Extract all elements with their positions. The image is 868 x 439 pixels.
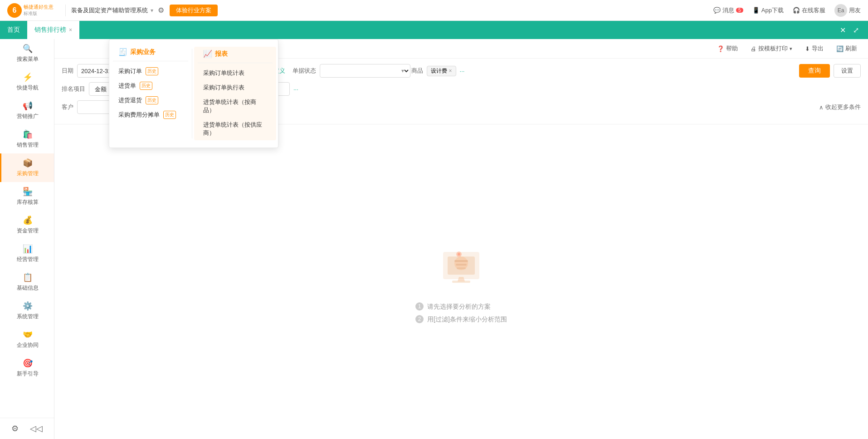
tab-home[interactable]: 首页 (0, 21, 27, 39)
sidebar-item-inventory[interactable]: 🏪 库存核算 (0, 182, 54, 211)
marketing-icon: 📢 (23, 101, 33, 111)
sidebar-item-sales[interactable]: 🛍️ 销售管理 (0, 125, 54, 153)
menu-item-purchase-order[interactable]: 采购订单 历史 (113, 64, 188, 79)
system-icon: ⚙️ (23, 301, 33, 311)
message-icon: 💬 (713, 7, 721, 14)
user-action[interactable]: Ea 用友 (834, 4, 861, 17)
header-right: 💬 消息 5 📱 App下载 🎧 在线客服 Ea 用友 (713, 4, 861, 17)
sidebar-item-marketing[interactable]: 📢 营销推广 (0, 96, 54, 125)
svg-rect-3 (454, 260, 468, 262)
sidebar-item-purchase[interactable]: 📦 采购管理 (0, 153, 54, 182)
sidebar-item-enterprise[interactable]: 🤝 企业协同 (0, 325, 54, 354)
base-info-icon: 📋 (23, 272, 33, 282)
app-download-action[interactable]: 📱 App下载 (752, 6, 784, 15)
menu-item-po-stats[interactable]: 采购订单统计表 (198, 66, 273, 80)
settings-bottom-icon[interactable]: ⚙ (11, 424, 19, 434)
logo-area: 6 畅捷通好生意 标准版 (7, 3, 62, 18)
tab-right-icons: ✕ ⤢ (838, 24, 868, 36)
content-area: 🧾 采购业务 采购订单 历史 进货单 历史 进货退货 历史 采购费用分摊单 (54, 39, 868, 439)
menu-col-report: 📈 报表 采购订单统计表 采购订单执行表 进货单统计表（按商品） 进货单统计表（… (194, 47, 277, 140)
sidebar-item-base-info[interactable]: 📋 基础信息 (0, 268, 54, 296)
system-title: 装备及固定资产辅助管理系统 (71, 6, 148, 15)
query-button[interactable]: 查询 (799, 64, 830, 78)
headset-icon: 🎧 (793, 7, 800, 14)
settings-button[interactable]: 设置 (834, 64, 861, 78)
help-btn[interactable]: ❓ 帮助 (713, 43, 741, 54)
action-buttons: 查询 设置 (799, 64, 861, 78)
purchase-business-title: 🧾 采购业务 (113, 45, 188, 61)
menu-item-receipt-by-supplier[interactable]: 进货单统计表（按供应商） (198, 118, 273, 140)
document-status-filter: 单据状态 ▾ (293, 64, 404, 78)
report-title-icon: 📈 (203, 49, 212, 58)
product-tag: 设计费 × (427, 66, 456, 76)
collapse-icon: ∧ (819, 104, 824, 111)
empty-illustration (434, 238, 488, 293)
phone-icon: 📱 (752, 7, 760, 14)
print-icon: 🖨 (751, 45, 756, 52)
purchase-title-icon: 🧾 (118, 48, 127, 56)
menu-col-purchase: 🧾 采购业务 采购订单 历史 进货单 历史 进货退货 历史 采购费用分摊单 (109, 45, 192, 142)
tab-sales-rank[interactable]: 销售排行榜 × (27, 21, 79, 39)
sidebar: 🔍 搜索菜单 ⚡ 快捷导航 📢 营销推广 🛍️ 销售管理 📦 采购管理 🏪 库存… (0, 39, 54, 439)
menu-item-goods-receipt[interactable]: 进货单 历史 (113, 79, 188, 93)
industry-btn[interactable]: 体验行业方案 (170, 5, 218, 16)
hint2-num: 2 (415, 315, 424, 323)
sidebar-bottom: ⚙ ◁◁ (0, 418, 54, 439)
hint1-num: 1 (415, 302, 424, 311)
logo-icon: 6 (7, 3, 22, 18)
svg-point-9 (458, 253, 460, 256)
collapse-sidebar-icon[interactable]: ◁◁ (30, 424, 43, 434)
sidebar-item-search[interactable]: 🔍 搜索菜单 (0, 39, 54, 68)
search-icon: 🔍 (23, 44, 33, 54)
svg-rect-5 (457, 267, 466, 269)
online-service-action[interactable]: 🎧 在线客服 (793, 6, 825, 15)
document-status-select[interactable] (320, 64, 410, 78)
guide-icon: 🎯 (23, 358, 33, 368)
top-header: 6 畅捷通好生意 标准版 装备及固定资产辅助管理系统 ▾ ⚙ 体验行业方案 💬 … (0, 0, 868, 21)
tab-close-btn[interactable]: ✕ (838, 24, 848, 36)
finance-icon: 💰 (23, 215, 33, 225)
main-layout: 🔍 搜索菜单 ⚡ 快捷导航 📢 营销推广 🛍️ 销售管理 📦 采购管理 🏪 库存… (0, 39, 868, 439)
tab-maximize-btn[interactable]: ⤢ (851, 24, 861, 36)
system-title-area: 装备及固定资产辅助管理系统 ▾ ⚙ 体验行业方案 (65, 5, 218, 16)
menu-item-receipt-by-product[interactable]: 进货单统计表（按商品） (198, 95, 273, 118)
tab-bar: 首页 销售排行榜 × ✕ ⤢ (0, 21, 868, 39)
menu-item-po-exec[interactable]: 采购订单执行表 (198, 80, 273, 95)
sidebar-item-finance[interactable]: 💰 资金管理 (0, 211, 54, 239)
svg-rect-4 (456, 264, 467, 266)
export-btn[interactable]: ⬇ 导出 (801, 43, 827, 54)
print-btn[interactable]: 🖨 按模板打印 ▾ (747, 43, 796, 54)
collapse-area: ∧ 收起更多条件 (819, 103, 861, 111)
purchase-dropdown-menu: 🧾 采购业务 采购订单 历史 进货单 历史 进货退货 历史 采购费用分摊单 (109, 39, 278, 148)
sidebar-item-system[interactable]: ⚙️ 系统管理 (0, 296, 54, 325)
empty-hint-1: 1 请先选择要分析的方案 (415, 300, 507, 313)
logo-text: 畅捷通好生意 标准版 (24, 4, 54, 16)
quick-nav-icon: ⚡ (23, 72, 33, 82)
empty-state: 1 请先选择要分析的方案 2 用[过滤]条件来缩小分析范围 (54, 124, 868, 439)
title-dropdown-icon[interactable]: ▾ (151, 7, 153, 14)
menu-divider (192, 49, 192, 138)
export-icon: ⬇ (805, 45, 810, 52)
sidebar-item-guide[interactable]: 🎯 新手引导 (0, 354, 54, 382)
print-dropdown-icon: ▾ (790, 46, 792, 52)
refresh-icon: 🔄 (836, 45, 844, 52)
operations-icon: 📊 (23, 244, 33, 254)
sidebar-item-quick-nav[interactable]: ⚡ 快捷导航 (0, 68, 54, 96)
collapse-btn[interactable]: ∧ 收起更多条件 (819, 103, 861, 111)
menu-item-goods-return[interactable]: 进货退货 历史 (113, 93, 188, 108)
tab-close-icon[interactable]: × (69, 27, 72, 33)
menu-item-purchase-fee[interactable]: 采购费用分摊单 历史 (113, 108, 188, 122)
message-action[interactable]: 💬 消息 5 (713, 6, 743, 15)
help-icon: ❓ (717, 45, 724, 52)
product-more[interactable]: ··· (460, 68, 465, 74)
purchase-icon: 📦 (23, 158, 33, 168)
sidebar-item-operations[interactable]: 📊 经营管理 (0, 239, 54, 268)
enterprise-icon: 🤝 (23, 330, 33, 340)
salesperson-more[interactable]: ··· (293, 86, 298, 93)
refresh-btn[interactable]: 🔄 刷新 (833, 43, 861, 54)
avatar: Ea (834, 4, 847, 17)
product-filter: 商品 设计费 × ··· (411, 66, 465, 76)
svg-rect-7 (452, 281, 470, 283)
settings-icon[interactable]: ⚙ (158, 6, 164, 15)
product-tag-close[interactable]: × (449, 68, 452, 74)
